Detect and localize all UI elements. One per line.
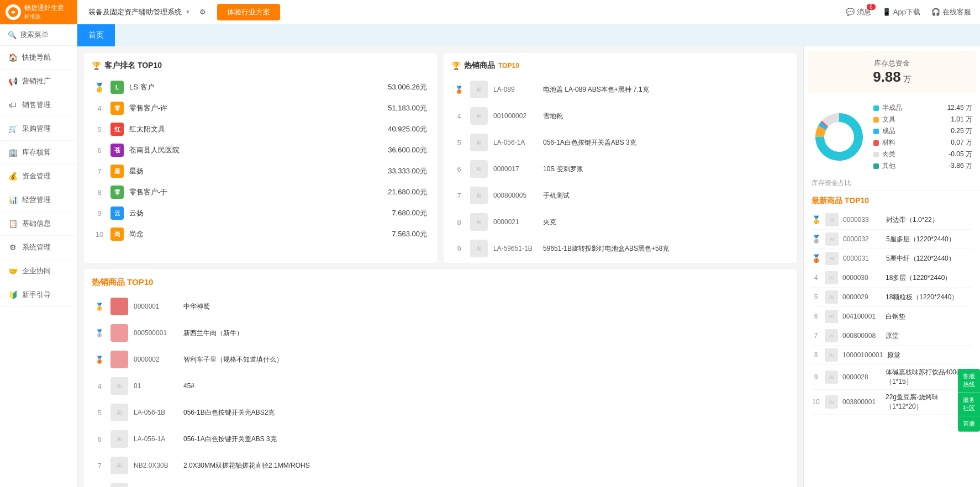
newest-products-title: 最新商品 TOP10 <box>812 196 972 206</box>
sidebar-item-operations[interactable]: 📊 经营管理 <box>0 188 77 212</box>
settings-button[interactable]: ⚙ <box>195 4 210 20</box>
newest-product-image: Ai <box>825 348 838 362</box>
product-image: Ai <box>470 81 488 98</box>
sidebar-item-sales[interactable]: 🏷 销售管理 <box>0 93 77 117</box>
newest-product-image: Ai <box>825 290 838 304</box>
operations-icon: 📊 <box>8 195 18 205</box>
legend-dot-meat <box>873 152 879 157</box>
sidebar-label-sales: 销售管理 <box>22 100 51 110</box>
online-service-button[interactable]: 🎧 在线客服 <box>931 7 971 17</box>
sidebar-item-inventory[interactable]: 🏢 库存核算 <box>0 141 77 165</box>
newest-product-code: 000800008 <box>842 332 881 340</box>
product-image: Ai <box>110 483 128 487</box>
rank-number: 7 <box>812 332 820 340</box>
newest-product-code: 0000033 <box>843 216 882 224</box>
chart-legend: 半成品 12.45 万 文具 1.01 万 成品 0.25 万 <box>873 103 972 171</box>
sidebar-label-system: 系统管理 <box>22 242 51 252</box>
app-download-button[interactable]: 📱 App下载 <box>882 7 920 17</box>
home-icon: 🏠 <box>8 52 18 62</box>
newest-product-code: 0000028 <box>842 373 881 381</box>
newest-product-item: 10 Ai 003800001 22g鱼豆腐-烧烤味（1*12*20） <box>812 390 972 415</box>
float-buttons: 客服 热线 服务 社区 直播 <box>958 369 980 432</box>
inventory-foot-label: 库存资金占比 <box>804 176 980 190</box>
sidebar-item-basic-info[interactable]: 📋 基础信息 <box>0 212 77 236</box>
newest-product-item: 🥇 Ai 0000033 封边带（1.0*22） <box>812 210 972 230</box>
product-image: Ai <box>110 377 128 395</box>
medal-bronze-icon: 🥉 <box>454 86 465 94</box>
newest-product-item: 🥈 Ai 0000032 5厘多层（1220*2440） <box>812 230 972 249</box>
legend-dot-finished <box>873 129 879 134</box>
product-item: 7 Ai NB2.0X30B 2.0X30MM双搓花轴搓花直径2.1MM/ROH… <box>92 453 789 478</box>
newest-product-image: Ai <box>825 232 839 246</box>
service-community-button[interactable]: 服务 社区 <box>958 393 980 416</box>
sidebar-label-operations: 经营管理 <box>22 195 51 205</box>
online-service-label: 在线客服 <box>942 7 971 17</box>
sidebar-item-system[interactable]: ⚙ 系统管理 <box>0 236 77 260</box>
rank-number: 4 <box>812 274 820 282</box>
legend-item: 材料 0.07 万 <box>873 138 972 147</box>
message-button[interactable]: 💬 消息 6 <box>846 7 871 17</box>
chevron-down-icon[interactable]: ▼ <box>185 9 191 15</box>
newest-product-name: 封边带（1.0*22） <box>886 215 972 225</box>
marketing-icon: 📢 <box>8 76 18 86</box>
ranking-item: 4 零 零售客户-许 51,183.00元 <box>92 98 429 118</box>
product-item: 6 Ai LA-056-1A 056-1A白色按键开关盖ABS 3克 <box>92 427 789 451</box>
search-icon: 🔍 <box>8 31 17 39</box>
newest-product-code: 004100001 <box>842 313 881 320</box>
customer-ranking-list: 🥇 L LS 客户 53,006.26元 4 零 零售客户-许 51,183.0… <box>92 77 429 244</box>
rank-number: 9 <box>812 373 820 381</box>
product-item: 5 Ai LA-056-1A 056-1A白色按键开关盖ABS 3克 <box>451 130 789 155</box>
sidebar-label-marketing: 营销推广 <box>22 76 51 86</box>
logo-line2: 标准版 <box>24 13 64 20</box>
legend-item: 其他 -3.86 万 <box>873 161 972 171</box>
hot-products-main-list: 🥇 0000001 中华神鹫 🥈 000500001 新西兰牛肉（新牛） <box>92 294 789 487</box>
logo-text: 畅捷通好生意 标准版 <box>24 4 64 20</box>
rank-number: 10 <box>812 398 820 406</box>
livestream-button[interactable]: 直播 <box>958 416 980 432</box>
purchase-icon: 🛒 <box>8 124 18 134</box>
legend-dot-semi <box>873 105 879 111</box>
ranking-item: 5 红 红太阳文具 40,925.00元 <box>92 119 429 139</box>
sidebar-item-quick-nav[interactable]: 🏠 快捷导航 <box>0 46 77 70</box>
hot-products-main-card: 热销商品 TOP10 🥇 0000001 中华神鹫 🥈 <box>84 269 797 487</box>
sidebar-item-purchase[interactable]: 🛒 采购管理 <box>0 117 77 141</box>
tab-home-label: 首页 <box>88 30 104 40</box>
product-item: 5 Ai LA-056-1B 056-1B白色按键开关壳ABS2克 <box>92 400 789 425</box>
sidebar-item-guide[interactable]: 🔰 新手引导 <box>0 283 77 307</box>
sidebar: 🔍 搜索菜单 🏠 快捷导航 📢 营销推广 🏷 销售管理 🛒 采购管理 🏢 库存核… <box>0 24 77 487</box>
search-menu-button[interactable]: 🔍 搜索菜单 <box>0 24 77 46</box>
medal-icon: 🥇 <box>812 215 821 224</box>
product-image: Ai <box>470 213 488 231</box>
sidebar-item-cooperation[interactable]: 🤝 企业协同 <box>0 260 77 283</box>
trial-button[interactable]: 体验行业方案 <box>217 4 280 20</box>
newest-product-code: 0000030 <box>842 274 881 282</box>
medal-silver-icon: 🥈 <box>94 329 105 337</box>
hotline-button[interactable]: 客服 热线 <box>958 369 980 393</box>
product-image: Ai <box>110 457 128 474</box>
sidebar-item-marketing[interactable]: 📢 营销推广 <box>0 70 77 93</box>
content-area: 首页 🏆 客户排名 TOP10 🥇 <box>77 24 980 487</box>
newest-product-name: 18颗粒板（1220*2440） <box>886 293 972 302</box>
system-selector[interactable]: 装备及固定资产辅助管理系统 ▼ <box>88 7 191 17</box>
logo-area: 畅捷通好生意 标准版 <box>0 0 77 24</box>
newest-product-name: 18多层（1220*2440） <box>886 273 972 283</box>
newest-product-image: Ai <box>825 395 838 409</box>
product-image-colored <box>110 351 128 368</box>
legend-dot-material <box>873 140 879 146</box>
headset-icon: 🎧 <box>931 8 940 16</box>
sidebar-item-finance[interactable]: 💰 资金管理 <box>0 165 77 188</box>
message-icon: 💬 <box>846 8 855 16</box>
customer-ranking-title: 🏆 客户排名 TOP10 <box>92 61 429 71</box>
tab-home[interactable]: 首页 <box>77 24 115 46</box>
medal-icon: 🥉 <box>812 254 821 263</box>
inventory-icon: 🏢 <box>8 147 18 157</box>
header-right: 💬 消息 6 📱 App下载 🎧 在线客服 <box>846 7 971 17</box>
rank-badge: 零 <box>110 102 124 115</box>
product-image: Ai <box>470 134 488 151</box>
main-layout: 🔍 搜索菜单 🏠 快捷导航 📢 营销推广 🏷 销售管理 🛒 采购管理 🏢 库存核… <box>0 24 980 487</box>
rank-badge: 云 <box>110 207 124 220</box>
inventory-unit: 万 <box>903 75 911 84</box>
product-image: Ai <box>470 107 488 125</box>
nav-tabs: 首页 <box>77 24 980 46</box>
newest-product-name: 原堂 <box>886 331 972 341</box>
